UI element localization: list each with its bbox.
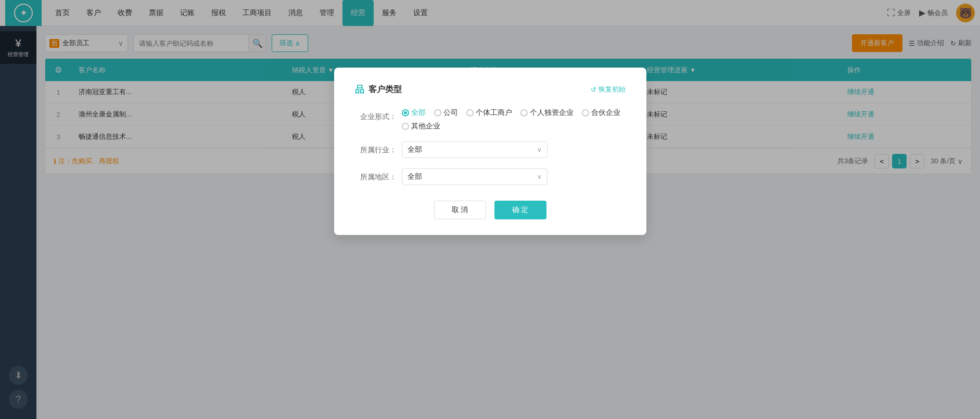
industry-form-row: 所属行业： 全部 ∨	[355, 141, 626, 158]
region-form-row: 所属地区： 全部 ∨	[355, 168, 626, 185]
modal-footer: 取 消 确 定	[355, 201, 626, 219]
region-select-wrapper: 全部 ∨	[402, 168, 626, 185]
confirm-button[interactable]: 确 定	[494, 201, 546, 219]
industry-label: 所属行业：	[355, 141, 397, 158]
option-all[interactable]: 全部	[402, 108, 426, 117]
radio-dot-sole-prop	[520, 109, 528, 116]
region-select[interactable]: 全部 ∨	[402, 168, 548, 185]
region-chevron-icon: ∨	[537, 173, 542, 180]
modal-title: 品 客户类型	[355, 83, 402, 96]
cancel-button[interactable]: 取 消	[434, 201, 486, 219]
enterprise-form-row: 企业形式： 全部 公司 个体工商户 个人独资企业	[355, 108, 626, 131]
option-other[interactable]: 其他企业	[402, 122, 440, 131]
restore-icon: ↺	[591, 86, 596, 94]
option-individual-biz[interactable]: 个体工商户	[466, 108, 512, 117]
radio-dot-other	[402, 123, 409, 130]
option-sole-prop[interactable]: 个人独资企业	[520, 108, 574, 117]
modal-title-icon: 品	[355, 83, 364, 96]
industry-chevron-icon: ∨	[537, 146, 542, 153]
radio-dot-partnership	[582, 109, 589, 116]
option-partnership[interactable]: 合伙企业	[582, 108, 620, 117]
enterprise-form-options: 全部 公司 个体工商户 个人独资企业 合伙企业	[402, 108, 626, 131]
restore-initial-button[interactable]: ↺ 恢复初始	[591, 85, 626, 94]
industry-select-wrapper: 全部 ∨	[402, 141, 626, 158]
filter-modal: 品 客户类型 ↺ 恢复初始 企业形式： 全部 公司	[334, 68, 646, 235]
radio-dot-company	[434, 109, 441, 116]
region-label: 所属地区：	[355, 168, 397, 185]
modal-overlay[interactable]: 品 客户类型 ↺ 恢复初始 企业形式： 全部 公司	[0, 0, 980, 419]
option-company[interactable]: 公司	[434, 108, 458, 117]
enterprise-form-label: 企业形式：	[355, 108, 397, 125]
radio-dot-all	[402, 109, 409, 116]
radio-dot-individual-biz	[466, 109, 474, 116]
industry-select[interactable]: 全部 ∨	[402, 141, 548, 158]
modal-header: 品 客户类型 ↺ 恢复初始	[355, 83, 626, 96]
